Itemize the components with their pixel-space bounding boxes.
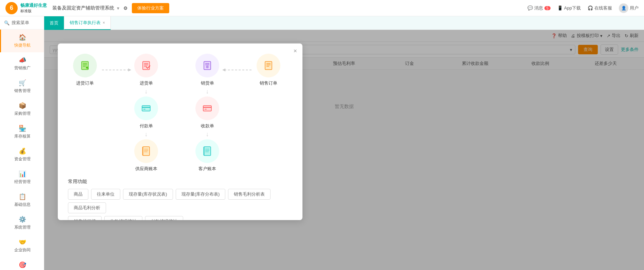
flow-node-sale-order[interactable]: 销售订单 bbox=[257, 54, 280, 86]
payment-out-icon bbox=[134, 96, 158, 120]
func-btn-goods[interactable]: 商品 bbox=[68, 189, 88, 200]
purchase-bill-label: 进货单 bbox=[140, 80, 153, 86]
arrow-down-4: ↓ bbox=[206, 129, 209, 139]
app-download-button[interactable]: 📱 App下载 bbox=[557, 5, 581, 11]
logo-area: 6 畅康通好生意 标准版 bbox=[5, 2, 50, 14]
arrow-1: ▶ bbox=[102, 70, 129, 70]
basic-icon: 📋 bbox=[19, 193, 26, 200]
payment-in-label: 收款单 bbox=[201, 123, 214, 129]
sidebar-item-guide[interactable]: 🎯 新手引导 bbox=[0, 257, 44, 270]
arrow-down-3: ↓ bbox=[145, 129, 148, 139]
func-btn-stock-dist[interactable]: 现存量(库存分布表) bbox=[176, 189, 226, 200]
flow-node-payment-out[interactable]: 付款单 bbox=[134, 96, 158, 129]
purchase-icon: 📦 bbox=[19, 102, 26, 109]
common-func-title: 常用功能 bbox=[68, 179, 292, 185]
flow-node-supplier-ledger[interactable]: 供应商账本 bbox=[134, 139, 158, 172]
user-menu[interactable]: 👤 用户 bbox=[619, 3, 639, 13]
logo-icon: 6 bbox=[5, 2, 18, 14]
flow-node-purchase-order[interactable]: 进货订单 bbox=[73, 54, 97, 86]
search-menu-button[interactable]: 🔍 搜索菜单 bbox=[0, 16, 44, 30]
message-icon: 💬 bbox=[527, 5, 533, 11]
topbar-right: 💬 消息 5 📱 App下载 🎧 在线客服 👤 用户 bbox=[527, 3, 639, 13]
purchase-bill-icon bbox=[134, 54, 158, 77]
sale-bill-icon bbox=[195, 54, 219, 77]
sidebar-item-operations[interactable]: 📊 经营管理 bbox=[0, 166, 44, 189]
sale-order-label: 销售订单 bbox=[260, 80, 277, 86]
sidebar-item-marketing[interactable]: 📣 营销推广 bbox=[0, 52, 44, 75]
svg-rect-13 bbox=[265, 61, 272, 70]
inventory-icon: 🏪 bbox=[19, 125, 26, 132]
collab-icon: 🤝 bbox=[19, 238, 26, 246]
operations-icon: 📊 bbox=[19, 170, 26, 178]
download-icon: 📱 bbox=[557, 5, 563, 11]
func-btn-sales-rank[interactable]: 销售排行榜 bbox=[68, 216, 102, 220]
sidebar-item-finance[interactable]: 💰 资金管理 bbox=[0, 143, 44, 166]
message-badge: 5 bbox=[544, 6, 551, 10]
func-btn-sale-profit[interactable]: 销售毛利分析表 bbox=[228, 189, 271, 200]
sidebar-item-collab[interactable]: 🤝 企业协同 bbox=[0, 234, 44, 257]
svg-rect-29 bbox=[203, 147, 205, 156]
payment-out-label: 付款单 bbox=[140, 123, 153, 129]
svg-rect-28 bbox=[204, 147, 211, 156]
func-btn-payment-stats[interactable]: 付款情况统计 bbox=[145, 216, 183, 220]
sidebar-item-sales[interactable]: 🛒 销售管理 bbox=[0, 75, 44, 98]
tab-close-icon[interactable]: × bbox=[103, 20, 105, 25]
sidebar: 🔍 搜索菜单 🏠 快捷导航 📣 营销推广 🛒 销售管理 📦 采购管理 🏪 bbox=[0, 16, 44, 270]
finance-icon: 💰 bbox=[19, 147, 26, 155]
search-icon: 🔍 bbox=[4, 20, 10, 25]
system-icon: ⚙️ bbox=[19, 216, 26, 223]
quick-nav-icon: 🏠 bbox=[19, 34, 26, 41]
customer-ledger-label: 客户账本 bbox=[198, 166, 216, 172]
svg-rect-19 bbox=[143, 109, 145, 110]
sidebar-item-system[interactable]: ⚙️ 系统管理 bbox=[0, 212, 44, 234]
supplier-ledger-label: 供应商账本 bbox=[135, 166, 157, 172]
tab-bar: 首页 销售订单执行表 × bbox=[44, 16, 644, 30]
supplier-ledger-icon bbox=[134, 139, 158, 163]
sidebar-item-quick-nav[interactable]: 🏠 快捷导航 bbox=[0, 30, 44, 52]
trial-button[interactable]: 体验行业方案 bbox=[132, 3, 169, 13]
payment-in-icon bbox=[195, 96, 219, 120]
sales-icon: 🛒 bbox=[19, 79, 26, 87]
func-buttons-row1: 商品 往来单位 现存量(库存状况表) 现存量(库存分布表) 销售毛利分析表 商品… bbox=[68, 189, 292, 213]
logo-text: 畅康通好生意 标准版 bbox=[20, 3, 47, 13]
tab-home[interactable]: 首页 bbox=[44, 16, 64, 30]
modal-close-button[interactable]: × bbox=[293, 48, 297, 55]
common-functions: 常用功能 商品 往来单位 现存量(库存状况表) 现存量(库存分布表) 销售毛利分… bbox=[68, 179, 292, 220]
sale-bill-label: 销货单 bbox=[201, 80, 214, 86]
system-title-area: 装备及固定资产辅助管理系统 ▾ ⚙ bbox=[52, 5, 128, 11]
avatar: 👤 bbox=[619, 3, 628, 13]
main-content: ❓ 帮助 🖨 按模板打印 ▾ ↗ 导出 ↻ 刷新 bbox=[44, 30, 644, 270]
func-btn-receipt-stats[interactable]: 收款情况统计 bbox=[104, 216, 142, 220]
func-btn-stock-status[interactable]: 现存量(库存状况表) bbox=[123, 189, 173, 200]
func-btn-partners[interactable]: 往来单位 bbox=[91, 189, 120, 200]
flow-node-purchase-bill[interactable]: 进货单 bbox=[134, 54, 158, 86]
sidebar-item-basic[interactable]: 📋 基础信息 bbox=[0, 189, 44, 212]
svg-rect-20 bbox=[203, 106, 211, 111]
arrow-down-1: ↓ bbox=[145, 86, 148, 96]
modal-overlay: × 进货订单 bbox=[44, 30, 644, 270]
func-buttons-row2: 销售排行榜 收款情况统计 付款情况统计 bbox=[68, 216, 292, 220]
purchase-order-label: 进货订单 bbox=[76, 80, 94, 86]
customer-ledger-icon bbox=[195, 139, 219, 163]
svg-point-4 bbox=[86, 67, 88, 69]
content-area: 首页 销售订单执行表 × ❓ 帮助 🖨 bbox=[44, 16, 644, 270]
svg-rect-17 bbox=[142, 106, 150, 111]
sidebar-item-purchase[interactable]: 📦 采购管理 bbox=[0, 98, 44, 121]
svg-point-12 bbox=[206, 66, 209, 68]
flow-node-payment-in[interactable]: 收款单 bbox=[195, 96, 219, 129]
arrow-down-2: ↓ bbox=[206, 86, 209, 96]
tab-sales-exec[interactable]: 销售订单执行表 × bbox=[64, 16, 111, 30]
svg-rect-23 bbox=[143, 147, 150, 156]
system-title: 装备及固定资产辅助管理系统 bbox=[52, 5, 114, 11]
guide-icon: 🎯 bbox=[19, 261, 26, 269]
flow-node-customer-ledger[interactable]: 客户账本 bbox=[195, 139, 219, 172]
flow-node-sale-bill[interactable]: 销货单 bbox=[195, 54, 219, 86]
settings-icon[interactable]: ⚙ bbox=[123, 5, 128, 11]
svg-rect-24 bbox=[142, 147, 143, 156]
func-btn-goods-profit[interactable]: 商品毛利分析 bbox=[68, 202, 106, 213]
svg-rect-5 bbox=[143, 61, 150, 70]
system-dropdown-icon[interactable]: ▾ bbox=[117, 5, 119, 11]
online-service-button[interactable]: 🎧 在线客服 bbox=[588, 5, 612, 11]
message-button[interactable]: 💬 消息 5 bbox=[527, 5, 551, 11]
sidebar-item-inventory[interactable]: 🏪 库存核算 bbox=[0, 121, 44, 143]
